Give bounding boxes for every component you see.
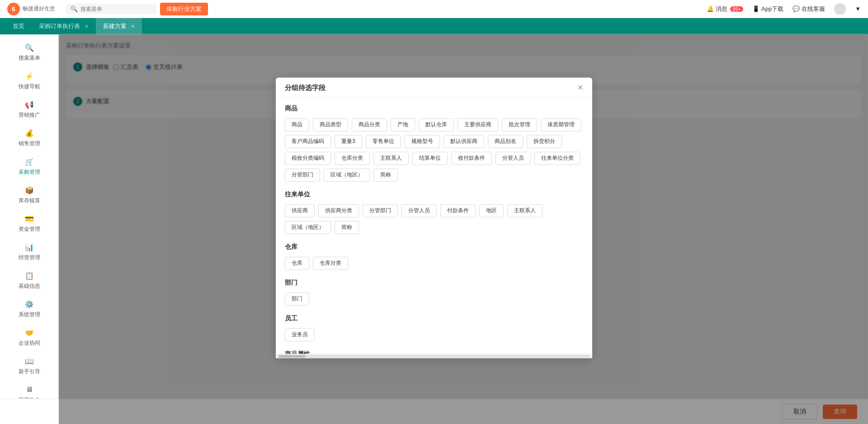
bell-icon: 🔔 [707,5,714,12]
field-tag-goods-10[interactable]: 零售单位 [366,135,401,148]
field-tag-partner-5[interactable]: 地区 [479,204,504,217]
nav-tabs: 首页 采购订单执行表 ✕ 新建方案 ✕ [0,18,868,34]
field-tag-partner-8[interactable]: 简称 [335,221,359,234]
field-tag-goods-13[interactable]: 商品别名 [488,135,523,148]
sales-icon: 💰 [24,128,34,138]
modal-body: 商品 商品 商品类型 商品分类 产地 默认仓库 主要供应商 批次管理 保质期管理… [276,97,592,354]
sidebar-label-inventory: 库存核算 [19,197,40,205]
sidebar-item-purchase[interactable]: 🛒 采购管理 [0,152,58,181]
modal-hscroll-thumb[interactable] [278,355,306,357]
sidebar: 🔍 搜索菜单 ⚡ 快捷导航 📢 营销推广 💰 销售管理 🛒 采购管理 📦 库存核… [0,34,59,424]
field-tag-goods-23[interactable]: 区域（地区） [324,168,370,181]
field-tag-warehouse-1[interactable]: 仓库分类 [313,257,348,270]
field-tag-goods-8[interactable]: 客户商品编码 [285,135,331,148]
app-download-item[interactable]: 📱 App下载 [752,5,783,13]
field-tag-goods-19[interactable]: 收付款条件 [451,152,492,165]
sidebar-item-collab[interactable]: 🤝 企业协同 [0,323,58,352]
field-tag-partner-1[interactable]: 供应商分类 [318,204,359,217]
section-employee-title: 员工 [285,314,583,323]
sidebar-label-collab: 企业协同 [19,339,40,347]
field-tag-partner-2[interactable]: 分管部门 [363,204,398,217]
sidebar-label-purchase: 采购管理 [19,168,40,176]
tab-purchase-label: 采购订单执行表 [39,23,80,29]
field-tag-partner-3[interactable]: 分管人员 [401,204,437,217]
tab-new-plan[interactable]: 新建方案 ✕ [96,18,142,34]
sidebar-label-quick-nav: 快捷导航 [19,83,40,91]
tab-purchase-exec[interactable]: 采购订单执行表 ✕ [32,18,96,34]
header-right: 🔔 消息 99+ 📱 App下载 💬 在线客服 ▼ [707,3,861,15]
section-department: 部门 部门 [285,279,583,305]
collab-icon: 🤝 [24,328,34,338]
modal-hscroll[interactable] [276,354,592,358]
online-service-item[interactable]: 💬 在线客服 [793,5,825,13]
sidebar-item-guide[interactable]: 📖 新手引导 [0,352,58,380]
tab-new-plan-close[interactable]: ✕ [131,24,135,29]
goods-field-tags: 商品 商品类型 商品分类 产地 默认仓库 主要供应商 批次管理 保质期管理 客户… [285,118,583,181]
field-tag-goods-12[interactable]: 默认供应商 [443,135,484,148]
field-tag-goods-3[interactable]: 产地 [391,118,415,131]
sidebar-label-system: 系统管理 [19,311,40,319]
employee-field-tags: 业务员 [285,328,583,341]
basics-icon: 📋 [24,271,34,281]
sidebar-item-quick-nav[interactable]: ⚡ 快捷导航 [0,67,58,95]
field-tag-goods-22[interactable]: 分管部门 [285,168,320,181]
field-tag-goods-16[interactable]: 仓库分类 [335,152,370,165]
sidebar-label-sales: 销售管理 [19,140,40,148]
app-download-label: App下载 [761,5,783,13]
section-partner-title: 往来单位 [285,191,583,199]
sidebar-item-operations[interactable]: 📊 经营管理 [0,238,58,266]
field-tag-department-0[interactable]: 部门 [285,292,309,305]
purchase-icon: 🛒 [24,157,34,167]
marketing-icon: 📢 [24,100,34,110]
field-tag-goods-0[interactable]: 商品 [285,118,309,131]
field-tag-goods-17[interactable]: 主联系人 [373,152,409,165]
tab-home[interactable]: 首页 [5,18,32,34]
field-tag-goods-24[interactable]: 简称 [373,168,398,181]
quick-nav-icon: ⚡ [24,71,34,81]
tab-purchase-close[interactable]: ✕ [85,24,89,29]
avatar[interactable] [834,3,846,15]
notification-item[interactable]: 🔔 消息 99+ [707,5,743,13]
field-tag-goods-15[interactable]: 税收分类编码 [285,152,331,165]
modal-title: 分组待选字段 [285,84,326,92]
sidebar-item-sales[interactable]: 💰 销售管理 [0,124,58,152]
field-tag-goods-9[interactable]: 重量3 [335,135,362,148]
modal-header: 分组待选字段 ✕ [276,77,592,97]
field-tag-partner-0[interactable]: 供应商 [285,204,315,217]
sidebar-item-search[interactable]: 🔍 搜索菜单 [0,38,58,67]
section-partner: 往来单位 供应商 供应商分类 分管部门 分管人员 付款条件 地区 主联系人 区域… [285,191,583,234]
field-tag-employee-0[interactable]: 业务员 [285,328,315,341]
sidebar-item-basics[interactable]: 📋 基础信息 [0,266,58,295]
field-tag-partner-6[interactable]: 主联系人 [507,204,542,217]
logo-name: 畅捷通好生意 [23,5,55,12]
field-tag-partner-7[interactable]: 区域（地区） [285,221,331,234]
search-bar[interactable]: 🔍 [66,4,156,14]
field-tag-goods-5[interactable]: 主要供应商 [458,118,498,131]
sidebar-item-marketing[interactable]: 📢 营销推广 [0,95,58,124]
sidebar-item-finance[interactable]: 💳 资金管理 [0,209,58,238]
field-tag-goods-14[interactable]: 拆货积分 [527,135,562,148]
top-header: 6 畅捷通好生意 🔍 体验行业方案 🔔 消息 99+ 📱 App下载 💬 在线客… [0,0,868,18]
field-tag-goods-2[interactable]: 商品分类 [352,118,387,131]
field-tag-goods-20[interactable]: 分管人员 [495,152,531,165]
field-tag-goods-4[interactable]: 默认仓库 [419,118,454,131]
sidebar-item-inventory[interactable]: 📦 库存核算 [0,181,58,209]
field-tag-goods-1[interactable]: 商品类型 [313,118,348,131]
field-tag-goods-6[interactable]: 批次管理 [502,118,537,131]
field-tag-goods-18[interactable]: 结算单位 [412,152,448,165]
field-tag-partner-4[interactable]: 付款条件 [440,204,476,217]
search-input[interactable] [80,6,152,12]
notification-label: 消息 [716,5,727,13]
section-warehouse: 仓库 仓库 仓库分类 [285,243,583,270]
sidebar-label-guide: 新手引导 [19,368,40,376]
logo-area: 6 畅捷通好生意 [7,3,66,15]
field-tag-goods-11[interactable]: 规格型号 [405,135,440,148]
experience-btn[interactable]: 体验行业方案 [160,3,208,15]
field-tag-goods-21[interactable]: 往来单位分类 [534,152,580,165]
caret-down-icon[interactable]: ▼ [855,5,861,12]
modal-close-btn[interactable]: ✕ [577,84,583,91]
sidebar-item-system[interactable]: ⚙️ 系统管理 [0,295,58,323]
field-tag-goods-7[interactable]: 保质期管理 [541,118,581,131]
field-tag-warehouse-0[interactable]: 仓库 [285,257,309,270]
search-sidebar-icon: 🔍 [24,43,34,52]
